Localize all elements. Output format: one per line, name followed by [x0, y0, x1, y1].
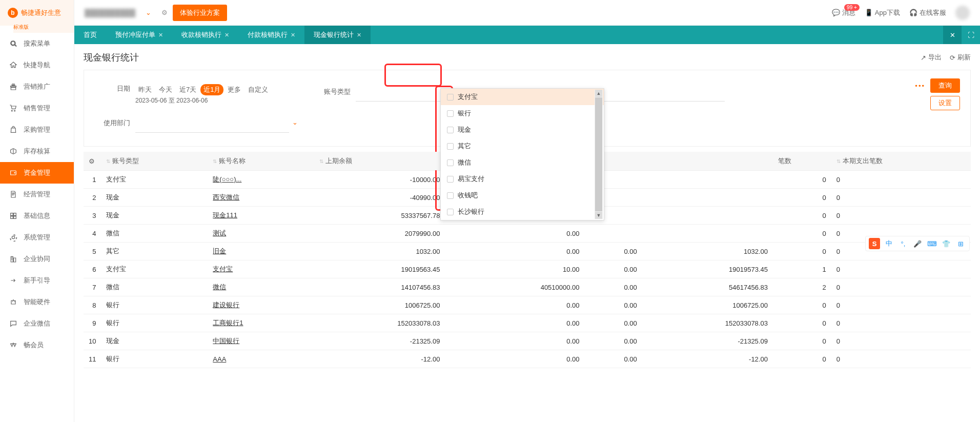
cell-income: 10.00 [445, 260, 584, 278]
app-download-link[interactable]: 📱 App下载 [865, 8, 900, 17]
cell-name[interactable]: 中国银行 [208, 332, 314, 350]
date-quick-option[interactable]: 近1月 [200, 84, 223, 95]
cell-name[interactable]: 旧金 [208, 243, 314, 260]
tab-1[interactable]: 预付冲应付单✕ [106, 26, 172, 44]
cell-name[interactable]: 微信 [208, 278, 314, 296]
scroll-down-icon[interactable]: ▼ [595, 212, 602, 219]
col-prev-balance[interactable]: ⇅上期余额 [314, 152, 445, 171]
ime-sogou-icon[interactable]: S [869, 238, 880, 249]
chevron-down-icon[interactable]: ⌄ [146, 9, 151, 16]
col-out-count[interactable]: ⇅本期支出笔数 [831, 152, 971, 171]
close-icon[interactable]: ✕ [224, 32, 229, 38]
message-link[interactable]: 💬 消息 99 + [832, 8, 855, 17]
dropdown-option[interactable]: 易宝支付 [441, 171, 604, 187]
checkbox[interactable] [447, 209, 454, 215]
row-index: 4 [84, 225, 101, 243]
dropdown-option[interactable]: 微信 [441, 154, 604, 171]
dropdown-option[interactable]: 银行 [441, 105, 604, 122]
checkbox[interactable] [447, 176, 454, 183]
sidebar-item-gift[interactable]: 营销推广 [0, 76, 74, 97]
sidebar-item-robot[interactable]: 智能硬件 [0, 291, 74, 313]
date-quick-option[interactable]: 更多 [224, 84, 244, 95]
col-account-type[interactable]: ⇅账号类型 [101, 152, 208, 171]
chevron-down-icon[interactable]: ⌄ [292, 118, 298, 126]
dropdown-option[interactable]: 支付宝 [441, 89, 604, 105]
date-quick-option[interactable]: 近7天 [176, 84, 199, 95]
ime-grid-icon[interactable]: ⊞ [955, 238, 966, 249]
tab-2[interactable]: 收款核销执行✕ [172, 26, 238, 44]
date-quick-option[interactable]: 昨天 [135, 84, 155, 95]
tab-3[interactable]: 付款核销执行✕ [238, 26, 304, 44]
sidebar-item-chat[interactable]: 企业微信 [0, 313, 74, 334]
dropdown-option[interactable]: 长沙银行 [441, 204, 604, 220]
date-quick-option[interactable]: 今天 [156, 84, 175, 95]
checkbox[interactable] [447, 143, 454, 150]
tab-fullscreen[interactable]: ⛶ [962, 26, 980, 44]
ime-cn-icon[interactable]: 中 [883, 238, 894, 249]
checkbox[interactable] [447, 110, 454, 117]
date-range: 2023-05-06 至 2023-06-06 [135, 96, 271, 105]
close-icon[interactable]: ✕ [357, 32, 361, 38]
sidebar-item-building[interactable]: 企业协同 [0, 248, 74, 270]
sidebar-item-vip[interactable]: 畅会员 [0, 334, 74, 356]
cell-name[interactable]: 陡(○○○)... [208, 171, 314, 189]
table-settings-header[interactable]: ⚙ [84, 152, 101, 171]
close-icon[interactable]: ✕ [291, 32, 295, 38]
tab-close-all[interactable]: ✕ [943, 26, 962, 44]
dropdown-option[interactable]: 现金 [441, 122, 604, 138]
sidebar-item-doc[interactable]: 经营管理 [0, 184, 74, 205]
dropdown-option[interactable]: 其它 [441, 138, 604, 154]
col-count[interactable]: 笔数 [773, 152, 831, 171]
scroll-up-icon[interactable]: ▲ [595, 90, 602, 97]
sidebar-item-gear[interactable]: 系统管理 [0, 227, 74, 248]
tab-0[interactable]: 首页 [74, 26, 106, 44]
cell-name[interactable]: 现金111 [208, 207, 314, 225]
ime-keyboard-icon[interactable]: ⌨ [926, 238, 937, 249]
checkbox[interactable] [447, 127, 454, 133]
sidebar-item-cart[interactable]: 销售管理 [0, 97, 74, 119]
cell-prev: 53337567.78 [314, 207, 445, 225]
checkbox[interactable] [447, 159, 454, 166]
dept-input[interactable] [135, 118, 289, 133]
date-quick-option[interactable]: 自定义 [245, 84, 271, 95]
cell-name[interactable]: 支付宝 [208, 260, 314, 278]
sidebar-item-wallet[interactable]: 资金管理 [0, 162, 74, 184]
sidebar-item-box[interactable]: 库存核算 [0, 140, 74, 162]
cell-name[interactable]: AAA [208, 350, 314, 368]
col-hidden-2[interactable] [642, 152, 773, 171]
ime-skin-icon[interactable]: 👕 [941, 238, 952, 249]
cell-name[interactable]: 工商银行1 [208, 314, 314, 332]
dropdown-option[interactable]: 收钱吧 [441, 187, 604, 204]
tab-4[interactable]: 现金银行统计✕ [304, 26, 371, 44]
cell-name[interactable]: 测试 [208, 225, 314, 243]
sidebar-item-grid[interactable]: 基础信息 [0, 205, 74, 227]
checkbox[interactable] [447, 94, 454, 101]
avatar[interactable] [955, 6, 970, 20]
cell-name[interactable]: 建设银行 [208, 296, 314, 314]
more-dots-icon[interactable]: ••• [915, 82, 925, 90]
close-icon[interactable]: ✕ [158, 32, 163, 38]
gear-icon[interactable]: ⚙ [161, 9, 168, 16]
sidebar-item-home[interactable]: 快捷导航 [0, 54, 74, 76]
ime-mic-icon[interactable]: 🎤 [912, 238, 923, 249]
trial-button[interactable]: 体验行业方案 [173, 5, 227, 21]
sidebar-item-bag[interactable]: 采购管理 [0, 119, 74, 140]
ime-punct-icon[interactable]: °, [897, 238, 909, 249]
dropdown-scrollbar[interactable]: ▲ ▼ [595, 90, 603, 219]
row-index: 9 [84, 314, 101, 332]
export-button[interactable]: ↗ 导出 [921, 53, 942, 62]
cell-cnt: 0 [773, 189, 831, 207]
sidebar: b 畅捷通好生意 标准版 搜索菜单快捷导航营销推广销售管理采购管理库存核算资金管… [0, 0, 74, 422]
filter-settings-button[interactable]: 设置 [930, 96, 960, 110]
tab-label: 付款核销执行 [248, 30, 288, 39]
refresh-button[interactable]: ⟳ 刷新 [950, 53, 971, 62]
checkbox[interactable] [447, 192, 454, 199]
sidebar-item-arrow[interactable]: 新手引导 [0, 270, 74, 291]
support-link[interactable]: 🎧 在线客服 [909, 8, 946, 17]
scroll-thumb[interactable] [595, 97, 602, 211]
col-account-name[interactable]: ⇅账号名称 [208, 152, 314, 171]
cell-name[interactable]: 西安微信 [208, 189, 314, 207]
company-name[interactable]: ██████████ [85, 9, 135, 17]
query-button[interactable]: 查询 [930, 78, 960, 93]
sidebar-item-search[interactable]: 搜索菜单 [0, 33, 74, 54]
